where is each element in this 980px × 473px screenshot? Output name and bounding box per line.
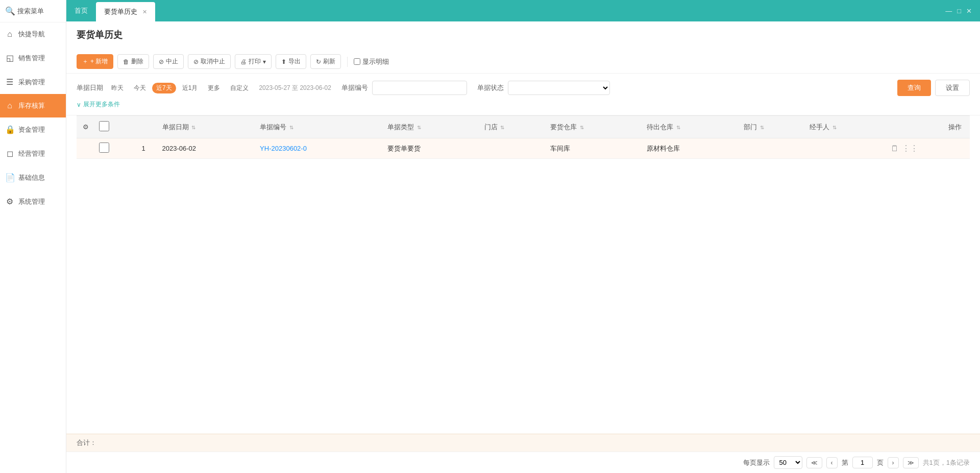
print-button[interactable]: 🖨 打印 ▾	[235, 54, 272, 69]
display-detail-checkbox[interactable]	[354, 58, 360, 65]
th-pending-warehouse-sort-icon[interactable]: ⇅	[676, 125, 680, 130]
date-pill-yesterday[interactable]: 昨天	[107, 83, 128, 93]
date-pill-last-month[interactable]: 近1月	[178, 83, 202, 93]
refresh-icon: ↻	[316, 58, 321, 65]
row-checkbox[interactable]	[99, 143, 109, 153]
th-num	[138, 116, 158, 138]
date-pill-custom[interactable]: 自定义	[226, 83, 253, 93]
expand-button[interactable]: ∨ 展开更多条件	[77, 100, 120, 109]
row-doc-type: 要货单要货	[387, 145, 421, 152]
td-num: 1	[138, 138, 158, 159]
sidebar-item-basic-info[interactable]: 📄 基础信息	[0, 165, 66, 190]
pagination: 每页显示 50 20 100 ≪ ‹ 第 页 › ≫ 共1页，1条记录	[66, 452, 980, 473]
row-view-icon[interactable]: 🗒	[891, 144, 899, 153]
row-more-icon[interactable]: ⋮⋮	[902, 144, 918, 153]
th-date-label: 单据日期	[162, 123, 189, 131]
sidebar-item-sales[interactable]: ◱ 销售管理	[0, 46, 66, 70]
next-page-button[interactable]: ›	[888, 457, 899, 468]
display-detail-label: 显示明细	[362, 57, 389, 66]
close-button[interactable]: ✕	[966, 7, 972, 15]
print-chevron-icon: ▾	[263, 58, 266, 65]
refresh-label: 刷新	[323, 57, 335, 66]
date-pill-last7[interactable]: 近7天	[152, 83, 176, 93]
th-handler: 经手人 ⇅	[805, 116, 887, 138]
td-pending-warehouse: 原材料仓库	[643, 138, 740, 159]
sidebar-item-quick-nav[interactable]: ⌂ 快捷导航	[0, 22, 66, 46]
tab-requisition-history[interactable]: 要货单历史 ✕	[96, 2, 155, 21]
last-page-button[interactable]: ≫	[903, 457, 919, 468]
doc-number-filter: 单据编号	[341, 81, 467, 95]
th-handler-sort-icon[interactable]: ⇅	[832, 125, 837, 130]
tab-close-icon[interactable]: ✕	[142, 9, 147, 15]
delete-icon: 🗑	[123, 58, 129, 65]
new-icon: ＋	[82, 57, 88, 66]
doc-number-input[interactable]	[372, 81, 467, 95]
sidebar-item-operations[interactable]: ◻ 经营管理	[0, 141, 66, 165]
th-operation-label: 操作	[948, 123, 962, 131]
table-area: ⚙ 单据日期 ⇅ 单据编号 ⇅	[66, 115, 980, 434]
column-settings-icon[interactable]: ⚙	[83, 123, 89, 131]
delete-button[interactable]: 🗑 删除	[117, 54, 149, 69]
sidebar-label-inventory: 库存核算	[18, 101, 45, 110]
page-size-label: 每页显示	[743, 458, 770, 467]
stop-button[interactable]: ⊘ 中止	[153, 54, 184, 69]
topbar-right-actions: — □ ✕	[945, 7, 980, 15]
th-store-sort-icon[interactable]: ⇅	[500, 125, 504, 130]
th-doc-number-sort-icon[interactable]: ⇅	[289, 125, 293, 130]
filter-action-btns: 查询 设置	[897, 80, 970, 96]
select-all-checkbox[interactable]	[99, 121, 109, 131]
minimize-button[interactable]: —	[945, 7, 952, 15]
sidebar-item-finance[interactable]: 🔒 资金管理	[0, 117, 66, 141]
td-operation: 🗒 ⋮⋮	[887, 138, 970, 159]
td-doc-number: YH-20230602-0	[256, 138, 383, 159]
expand-chevron-icon: ∨	[77, 101, 81, 108]
page-number-input[interactable]	[852, 457, 873, 468]
print-label: 打印	[249, 57, 261, 66]
row-doc-number-link[interactable]: YH-20230602-0	[260, 145, 307, 152]
td-req-warehouse: 车间库	[546, 138, 643, 159]
toolbar: ＋ + 新增 🗑 删除 ⊘ 中止 ⊘ 取消中止 🖨 打印 ▾ ⬆	[66, 51, 980, 74]
tab-home-label: 首页	[75, 6, 88, 15]
status-label: 单据状态	[477, 83, 504, 92]
sales-icon: ◱	[5, 53, 14, 63]
th-doc-number-label: 单据编号	[260, 123, 286, 131]
first-page-button[interactable]: ≪	[806, 457, 822, 468]
td-checkbox	[95, 138, 138, 159]
sidebar-search-label: 搜索菜单	[17, 7, 44, 16]
page-go-label: 第	[842, 458, 848, 467]
query-button[interactable]: 查询	[897, 80, 931, 96]
th-department-label: 部门	[744, 123, 757, 131]
new-button[interactable]: ＋ + 新增	[77, 54, 113, 69]
status-select[interactable]	[508, 81, 610, 95]
th-doc-type-sort-icon[interactable]: ⇅	[417, 125, 421, 130]
th-department-sort-icon[interactable]: ⇅	[760, 125, 764, 130]
th-handler-label: 经手人	[810, 123, 829, 131]
td-settings	[77, 138, 95, 159]
page-size-select[interactable]: 50 20 100	[774, 456, 802, 469]
refresh-button[interactable]: ↻ 刷新	[310, 54, 341, 69]
settings-button[interactable]: 设置	[935, 80, 970, 96]
th-req-warehouse-sort-icon[interactable]: ⇅	[580, 125, 584, 130]
tab-home[interactable]: 首页	[66, 0, 96, 21]
th-store: 门店 ⇅	[480, 116, 546, 138]
date-pill-today[interactable]: 今天	[130, 83, 150, 93]
date-filter-label: 单据日期	[77, 83, 103, 92]
filter-row-1: 单据日期 昨天 今天 近7天 近1月 更多 自定义 2023-05-27 至 2…	[77, 80, 970, 96]
sidebar-search[interactable]: 🔍 搜索菜单	[0, 0, 66, 22]
export-button[interactable]: ⬆ 导出	[276, 54, 306, 69]
date-pill-more[interactable]: 更多	[204, 83, 224, 93]
toolbar-divider	[347, 57, 348, 67]
prev-page-button[interactable]: ‹	[826, 457, 838, 468]
sidebar-item-inventory[interactable]: ⌂ 库存核算	[0, 94, 66, 117]
th-store-label: 门店	[484, 123, 498, 131]
th-date-sort-icon[interactable]: ⇅	[191, 125, 195, 130]
row-num: 1	[142, 145, 145, 152]
cancel-stop-button[interactable]: ⊘ 取消中止	[188, 54, 231, 69]
th-pending-warehouse: 待出仓库 ⇅	[643, 116, 740, 138]
operations-icon: ◻	[5, 149, 14, 158]
sidebar-item-system[interactable]: ⚙ 系统管理	[0, 190, 66, 214]
table-footer: 合计：	[66, 434, 980, 452]
sidebar-item-purchase[interactable]: ☰ 采购管理	[0, 70, 66, 94]
maximize-button[interactable]: □	[957, 7, 961, 15]
sidebar-label-sales: 销售管理	[18, 54, 45, 63]
